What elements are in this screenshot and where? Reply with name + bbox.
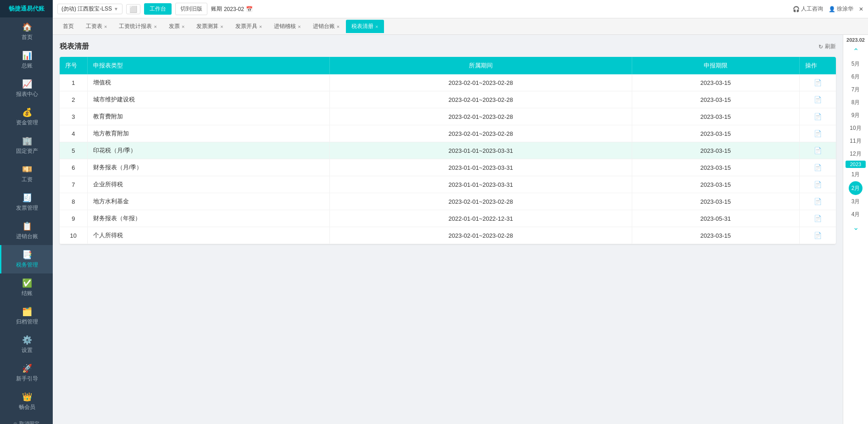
sidebar-item-home[interactable]: 🏠 首页 <box>0 17 53 46</box>
row-period: 2022-01-01~2022-12-31 <box>329 210 632 227</box>
row-deadline: 2023-03-15 <box>632 159 799 176</box>
row-seq: 9 <box>60 210 87 227</box>
month-2023-3月[interactable]: 3月 <box>846 195 866 208</box>
row-seq: 4 <box>60 125 87 142</box>
month-2022-11月[interactable]: 11月 <box>846 135 866 147</box>
archive-icon: 🗂️ <box>22 307 32 317</box>
tax-table: 序号申报表类型所属期间申报期限操作 1增值税2023-02-01~2023-02… <box>60 57 836 244</box>
tab-close-icon[interactable]: × <box>220 24 223 29</box>
sidebar-item-label: 进销台账 <box>16 233 38 240</box>
sidebar-item-guide[interactable]: 🚀 新手引导 <box>0 359 53 387</box>
tab-首页[interactable]: 首页 <box>57 20 79 33</box>
sidebar-item-tax[interactable]: 📑 税务管理 <box>0 245 53 273</box>
tab-工资表[interactable]: 工资表× <box>80 20 112 33</box>
document-icon[interactable]: 📄 <box>814 96 822 103</box>
row-deadline: 2023-03-15 <box>632 108 799 125</box>
sidebar-item-funds[interactable]: 💰 资金管理 <box>0 103 53 131</box>
document-icon[interactable]: 📄 <box>814 147 822 154</box>
row-type: 城市维护建设税 <box>87 91 329 108</box>
tab-工资统计报表[interactable]: 工资统计报表× <box>113 20 162 33</box>
row-period: 2023-01-01~2023-03-31 <box>329 159 632 176</box>
sidebar-item-archive[interactable]: 🗂️ 归档管理 <box>0 302 53 330</box>
refresh-button[interactable]: ↻ 刷新 <box>818 43 836 50</box>
document-icon[interactable]: 📄 <box>814 113 822 120</box>
sidebar-item-settings[interactable]: ⚙️ 设置 <box>0 330 53 359</box>
chevron-down-btn[interactable]: ⌄ <box>851 221 861 234</box>
tab-close-icon[interactable]: × <box>298 24 300 29</box>
sidebar-item-invoice[interactable]: 🧾 发票管理 <box>0 188 53 217</box>
tab-税表清册[interactable]: 税表清册× <box>346 20 384 33</box>
sidebar-item-label: 设置 <box>22 346 33 354</box>
row-action: 📄 <box>799 108 836 125</box>
main-area: (勿动) 江西股宝-LSS ▼ ⬜ 工作台 切到旧版 账期 2023-02 📅 … <box>53 0 868 424</box>
document-icon[interactable]: 📄 <box>814 181 822 188</box>
month-2022-10月[interactable]: 10月 <box>846 122 866 134</box>
month-2022-9月[interactable]: 9月 <box>846 109 866 122</box>
tab-close-icon[interactable]: × <box>182 24 184 29</box>
tab-进销稽核[interactable]: 进销稽核× <box>268 20 306 33</box>
row-seq: 1 <box>60 74 87 91</box>
document-icon[interactable]: 📄 <box>814 232 822 239</box>
col-header-所属期间: 所属期间 <box>329 57 632 74</box>
chevron-up-btn[interactable]: ⌃ <box>851 45 861 57</box>
tab-发票测算[interactable]: 发票测算× <box>191 20 228 33</box>
company-selector[interactable]: (勿动) 江西股宝-LSS ▼ <box>57 4 122 14</box>
row-type: 个人所得税 <box>87 227 329 244</box>
table-row: 5印花税（月/季）2023-01-01~2023-03-312023-03-15… <box>60 142 836 159</box>
tab-进销台账[interactable]: 进销台账× <box>307 20 345 33</box>
table-row: 6财务报表（月/季）2023-01-01~2023-03-312023-03-1… <box>60 159 836 176</box>
tab-label: 进销台账 <box>313 22 335 30</box>
sidebar-item-assets[interactable]: 🏢 固定资产 <box>0 131 53 160</box>
month-2023-1月[interactable]: 1月 <box>846 168 866 181</box>
sidebar-item-reports[interactable]: 📈 报表中心 <box>0 74 53 103</box>
workbench-button[interactable]: 工作台 <box>144 3 172 15</box>
document-icon[interactable]: 📄 <box>814 79 822 86</box>
sidebar-item-ledger[interactable]: 📊 总账 <box>0 46 53 74</box>
tab-close-icon[interactable]: × <box>375 24 378 29</box>
user-avatar[interactable]: 👤 徐涂华 <box>829 5 853 13</box>
tab-close-icon[interactable]: × <box>154 24 156 29</box>
ledger-icon: 📊 <box>22 50 32 61</box>
calendar-icon[interactable]: 📅 <box>246 6 253 12</box>
row-type: 地方水利基金 <box>87 193 329 210</box>
month-2022-5月[interactable]: 5月 <box>846 58 866 70</box>
sidebar-item-member[interactable]: 👑 畅会员 <box>0 387 53 416</box>
row-seq: 7 <box>60 176 87 193</box>
month-2022-6月[interactable]: 6月 <box>846 71 866 83</box>
sidebar-item-salary[interactable]: 💴 工资 <box>0 160 53 188</box>
settle-icon: ✅ <box>22 278 32 288</box>
row-seq: 2 <box>60 91 87 108</box>
month-2022-8月[interactable]: 8月 <box>846 96 866 109</box>
document-icon[interactable]: 📄 <box>814 130 822 137</box>
document-icon[interactable]: 📄 <box>814 164 822 171</box>
month-2023-2月[interactable]: 2月 <box>849 181 862 195</box>
sidebar-item-settle[interactable]: ✅ 结账 <box>0 273 53 302</box>
tab-发票开具[interactable]: 发票开具× <box>230 20 267 33</box>
tab-发票[interactable]: 发票× <box>163 20 190 33</box>
copy-icon[interactable]: ⬜ <box>126 4 140 14</box>
row-deadline: 2023-03-15 <box>632 193 799 210</box>
document-icon[interactable]: 📄 <box>814 215 822 222</box>
month-2022-7月[interactable]: 7月 <box>846 84 866 96</box>
tab-close-icon[interactable]: × <box>259 24 262 29</box>
document-icon[interactable]: 📄 <box>814 198 822 205</box>
row-action: 📄 <box>799 91 836 108</box>
month-2023-4月[interactable]: 4月 <box>846 208 866 221</box>
table-row: 3教育费附加2023-02-01~2023-02-282023-03-15📄 <box>60 108 836 125</box>
sidebar-item-label: 畅会员 <box>19 403 35 411</box>
ai-consult-button[interactable]: 🎧 人工咨询 <box>793 5 823 13</box>
close-icon[interactable]: ✕ <box>859 6 863 12</box>
row-action: 📄 <box>799 142 836 159</box>
row-period: 2023-01-01~2023-03-31 <box>329 176 632 193</box>
row-type: 企业所得税 <box>87 176 329 193</box>
month-2022-12月[interactable]: 12月 <box>846 148 866 160</box>
tab-close-icon[interactable]: × <box>104 24 107 29</box>
row-period: 2023-02-01~2023-02-28 <box>329 227 632 244</box>
switch-button[interactable]: 切到旧版 <box>175 3 207 15</box>
row-deadline: 2023-03-15 <box>632 142 799 159</box>
tab-close-icon[interactable]: × <box>337 24 339 29</box>
unpin-button[interactable]: ⊙ 取消固定 <box>0 416 53 424</box>
row-action: 📄 <box>799 125 836 142</box>
sidebar-item-purchase[interactable]: 📋 进销台账 <box>0 217 53 245</box>
reports-icon: 📈 <box>22 79 32 89</box>
